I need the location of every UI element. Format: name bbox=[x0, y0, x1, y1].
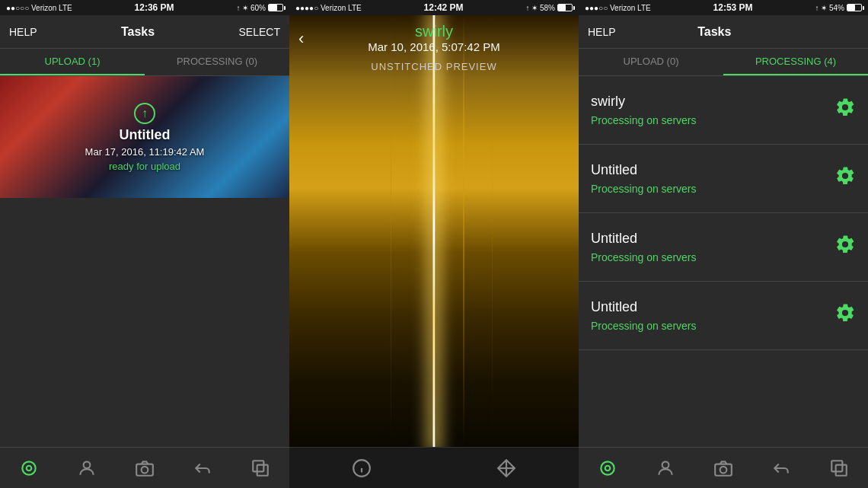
right-help-button[interactable]: HELP bbox=[588, 26, 616, 38]
right-carrier: ●●●○○ Verizon LTE bbox=[585, 4, 651, 12]
right-bottom-home-icon[interactable] bbox=[596, 457, 619, 480]
center-time: 12:42 PM bbox=[424, 2, 464, 13]
left-status-bar: ●●○○○ Verizon LTE 12:36 PM ↑ ✶ 60% bbox=[0, 0, 289, 15]
processing-item-text-0: swirly Processing on servers bbox=[591, 94, 697, 126]
right-status-bar: ●●●○○ Verizon LTE 12:53 PM ↑ ✶ 54% bbox=[579, 0, 868, 15]
processing-item-title-1: Untitled bbox=[591, 162, 697, 178]
upload-item-status: ready for upload bbox=[109, 161, 180, 172]
center-item-name: swirly bbox=[415, 23, 453, 40]
processing-item-0[interactable]: swirly Processing on servers bbox=[579, 76, 868, 145]
processing-item-title-2: Untitled bbox=[591, 231, 697, 247]
processing-item-title-3: Untitled bbox=[591, 299, 697, 315]
left-panel: ●●○○○ Verizon LTE 12:36 PM ↑ ✶ 60% HELP … bbox=[0, 0, 289, 488]
right-battery-icon bbox=[847, 4, 862, 11]
processing-item-text-3: Untitled Processing on servers bbox=[591, 299, 697, 332]
right-bottom-layers-icon[interactable] bbox=[828, 457, 850, 480]
gear-icon-0[interactable] bbox=[834, 97, 856, 123]
left-tab-bar: UPLOAD (1) PROCESSING (0) bbox=[0, 49, 289, 76]
left-content: ↑ Untitled Mar 17, 2016, 11:19:42 AM rea… bbox=[0, 76, 289, 447]
processing-item-status-1: Processing on servers bbox=[591, 183, 697, 195]
left-tab-processing[interactable]: PROCESSING (0) bbox=[145, 49, 289, 75]
left-help-button[interactable]: HELP bbox=[9, 26, 37, 38]
processing-item-status-2: Processing on servers bbox=[591, 251, 697, 263]
right-nav-bar: HELP Tasks bbox=[579, 15, 868, 49]
processing-item-text-2: Untitled Processing on servers bbox=[591, 231, 697, 263]
svg-rect-6 bbox=[257, 464, 268, 475]
left-tab-upload[interactable]: UPLOAD (1) bbox=[0, 49, 145, 75]
left-battery: ↑ ✶ 60% bbox=[236, 4, 283, 12]
processing-item-status-3: Processing on servers bbox=[591, 320, 697, 332]
processing-item-1[interactable]: Untitled Processing on servers bbox=[579, 145, 868, 213]
right-tab-bar: UPLOAD (0) PROCESSING (4) bbox=[579, 49, 868, 76]
right-battery: ↑ ✶ 54% bbox=[815, 4, 862, 12]
right-bottom-bar bbox=[579, 447, 868, 488]
upload-circle-icon: ↑ bbox=[134, 103, 155, 124]
center-move-icon[interactable] bbox=[495, 457, 518, 480]
left-bottom-bar bbox=[0, 447, 289, 488]
center-item-date: Mar 10, 2016, 5:07:42 PM bbox=[368, 40, 499, 53]
left-bottom-home-icon[interactable] bbox=[18, 457, 40, 480]
right-bottom-camera-icon[interactable] bbox=[712, 457, 735, 480]
gear-icon-2[interactable] bbox=[834, 234, 856, 260]
svg-rect-5 bbox=[253, 461, 263, 471]
center-battery-icon bbox=[557, 4, 573, 11]
svg-rect-17 bbox=[831, 461, 842, 471]
center-image: swirly Mar 10, 2016, 5:07:42 PM UNSTITCH… bbox=[289, 15, 579, 447]
gear-icon-1[interactable] bbox=[834, 165, 856, 192]
right-tab-processing[interactable]: PROCESSING (4) bbox=[723, 49, 868, 75]
left-carrier: ●●○○○ Verizon LTE bbox=[6, 4, 72, 12]
left-bottom-share-icon[interactable] bbox=[191, 457, 214, 480]
center-carrier: ●●●●○ Verizon LTE bbox=[295, 4, 362, 12]
right-bottom-profile-icon[interactable] bbox=[654, 457, 677, 480]
svg-point-13 bbox=[605, 465, 611, 470]
center-bottom-bar bbox=[289, 447, 579, 488]
center-status-bar: ●●●●○ Verizon LTE 12:42 PM ↑ ✶ 58% bbox=[289, 0, 579, 15]
svg-point-4 bbox=[142, 466, 148, 473]
gear-icon-3[interactable] bbox=[834, 302, 856, 329]
left-bottom-camera-icon[interactable] bbox=[133, 457, 156, 480]
deco-line-2 bbox=[492, 15, 493, 447]
center-info-icon[interactable] bbox=[350, 457, 373, 480]
deco-line-1 bbox=[391, 15, 391, 447]
left-nav-title: Tasks bbox=[121, 25, 155, 39]
svg-point-12 bbox=[601, 461, 614, 474]
left-time: 12:36 PM bbox=[135, 2, 174, 13]
center-unstitched-label: UNSTITCHED PREVIEW bbox=[289, 61, 579, 72]
left-nav-bar: HELP Tasks SELECT bbox=[0, 15, 289, 49]
center-back-button[interactable]: ‹ bbox=[298, 29, 304, 49]
upload-item-date: Mar 17, 2016, 11:19:42 AM bbox=[85, 146, 205, 158]
right-time: 12:53 PM bbox=[713, 2, 753, 13]
left-bottom-layers-icon[interactable] bbox=[249, 457, 272, 480]
right-panel: ●●●○○ Verizon LTE 12:53 PM ↑ ✶ 54% HELP … bbox=[579, 0, 868, 488]
center-battery: ↑ ✶ 58% bbox=[525, 4, 573, 12]
processing-item-status-0: Processing on servers bbox=[591, 114, 697, 126]
right-nav-title: Tasks bbox=[697, 25, 731, 39]
left-select-button[interactable]: SELECT bbox=[239, 26, 280, 38]
right-tab-upload[interactable]: UPLOAD (0) bbox=[579, 49, 723, 75]
svg-point-16 bbox=[720, 466, 727, 473]
right-processing-list: swirly Processing on servers Untitled Pr… bbox=[579, 76, 868, 447]
left-battery-icon bbox=[268, 4, 283, 11]
processing-item-3[interactable]: Untitled Processing on servers bbox=[579, 282, 868, 350]
upload-item[interactable]: ↑ Untitled Mar 17, 2016, 11:19:42 AM rea… bbox=[0, 76, 289, 198]
processing-item-2[interactable]: Untitled Processing on servers bbox=[579, 213, 868, 282]
upload-item-title: Untitled bbox=[120, 127, 171, 143]
svg-point-1 bbox=[27, 465, 32, 470]
processing-item-text-1: Untitled Processing on servers bbox=[591, 162, 697, 195]
svg-point-14 bbox=[662, 461, 669, 468]
svg-point-0 bbox=[22, 461, 35, 474]
center-header: swirly Mar 10, 2016, 5:07:42 PM bbox=[289, 23, 579, 53]
svg-point-2 bbox=[84, 461, 91, 468]
svg-rect-18 bbox=[836, 464, 847, 475]
right-bottom-share-icon[interactable] bbox=[770, 457, 793, 480]
left-bottom-profile-icon[interactable] bbox=[75, 457, 98, 480]
upload-overlay: ↑ Untitled Mar 17, 2016, 11:19:42 AM rea… bbox=[0, 76, 289, 198]
processing-item-title-0: swirly bbox=[591, 94, 697, 110]
center-light-overlay bbox=[289, 15, 579, 447]
center-panel: ●●●●○ Verizon LTE 12:42 PM ↑ ✶ 58% swirl… bbox=[289, 0, 579, 488]
